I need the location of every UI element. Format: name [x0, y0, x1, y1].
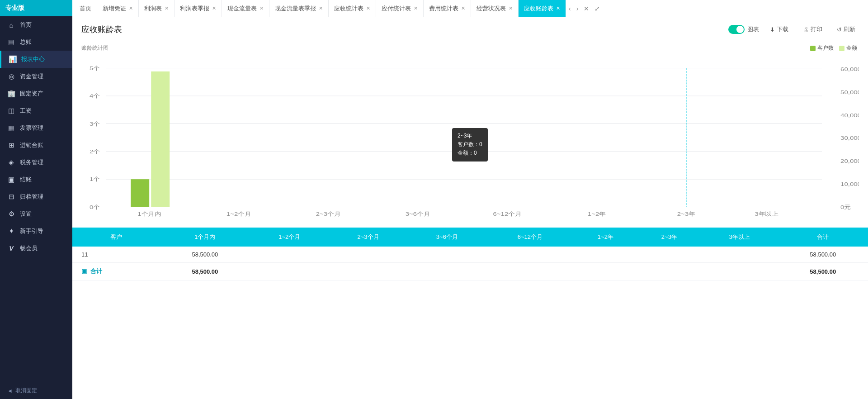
settings-icon: ⚙ — [7, 210, 15, 218]
legend-amount-color — [839, 46, 844, 51]
tab-cashflow-quarter[interactable]: 现金流量表季报 ✕ — [269, 0, 329, 17]
tab-close-payable-stat[interactable]: ✕ — [414, 5, 418, 11]
sidebar-item-reports[interactable]: 📊 报表中心 — [0, 51, 72, 68]
legend-customers: 客户数 — [810, 44, 834, 52]
sidebar-item-ledger[interactable]: ▤ 总账 — [0, 33, 72, 51]
chart-toggle[interactable] — [728, 25, 745, 34]
content-area: 应收账龄表 图表 ⬇ 下载 🖨 打印 ↺ — [72, 17, 868, 399]
funds-icon: ◎ — [7, 72, 15, 81]
tab-close-aging[interactable]: ✕ — [556, 5, 560, 11]
table-header-row: 客户 1个月内 1~2个月 2~3个月 3~6个月 6~12个月 1~2年 2~… — [72, 228, 868, 247]
tab-close-all[interactable]: ✕ — [581, 0, 592, 17]
tab-close-cashflow-quarter[interactable]: ✕ — [319, 5, 323, 11]
tab-profit-quarter[interactable]: 利润表季报 ✕ — [175, 0, 222, 17]
sidebar-item-label: 报表中心 — [21, 55, 45, 63]
tab-payable-stat[interactable]: 应付统计表 ✕ — [376, 0, 424, 17]
tab-scroll-left[interactable]: ‹ — [566, 0, 574, 17]
svg-text:2~3个月: 2~3个月 — [316, 211, 341, 217]
print-button[interactable]: 🖨 打印 — [799, 24, 826, 35]
cell-customer: 11 — [72, 247, 160, 263]
svg-text:0个: 0个 — [90, 204, 100, 210]
col-m36: 3~6个月 — [408, 228, 486, 247]
sidebar-unpin-button[interactable]: ◄ 取消固定 — [0, 382, 72, 399]
cell-m36 — [408, 247, 486, 263]
tab-cashflow[interactable]: 现金流量表 ✕ — [222, 0, 269, 17]
sidebar-item-closing[interactable]: ▣ 结账 — [0, 171, 72, 188]
svg-text:3个: 3个 — [90, 121, 100, 127]
svg-text:10,000.00元: 10,000.00元 — [840, 181, 859, 187]
sidebar-item-vip[interactable]: V 畅会员 — [0, 240, 72, 257]
tab-home[interactable]: 首页 — [74, 0, 97, 17]
tab-close-profit-quarter[interactable]: ✕ — [212, 5, 216, 11]
vip-icon: V — [7, 245, 15, 252]
tab-close-profit[interactable]: ✕ — [165, 5, 169, 11]
sidebar-item-invoice[interactable]: ▦ 发票管理 — [0, 119, 72, 137]
cell-total: 58,500.00 — [778, 247, 868, 263]
cell-total-y12 — [574, 263, 637, 280]
page-actions: 图表 ⬇ 下载 🖨 打印 ↺ 刷新 — [728, 24, 859, 35]
chart-title: 账龄统计图 — [81, 44, 859, 52]
sidebar-item-guide[interactable]: ✦ 新手引导 — [0, 223, 72, 240]
tab-close-voucher[interactable]: ✕ — [129, 5, 133, 11]
svg-text:2个: 2个 — [90, 149, 100, 155]
col-over3: 3年以上 — [701, 228, 778, 247]
refresh-button[interactable]: ↺ 刷新 — [833, 24, 859, 35]
sidebar-item-funds[interactable]: ◎ 资金管理 — [0, 68, 72, 85]
sidebar-item-tax[interactable]: ◈ 税务管理 — [0, 154, 72, 171]
download-button[interactable]: ⬇ 下载 — [766, 24, 792, 35]
tab-close-expense-stat[interactable]: ✕ — [461, 5, 465, 11]
sidebar-item-label: 固定资产 — [20, 90, 43, 98]
tab-maximize[interactable]: ⤢ — [592, 0, 603, 17]
tab-profit[interactable]: 利润表 ✕ — [139, 0, 175, 17]
col-m12: 1~2个月 — [250, 228, 329, 247]
sidebar-item-label: 设置 — [20, 210, 32, 218]
sidebar-item-archive[interactable]: ⊟ 归档管理 — [0, 188, 72, 205]
chart-svg: 0个 1个 2个 3个 4个 5个 0元 10,000.00元 20,000.0… — [81, 56, 859, 218]
sidebar-item-label: 发票管理 — [20, 124, 43, 132]
main-area: 首页 新增凭证 ✕ 利润表 ✕ 利润表季报 ✕ 现金流量表 ✕ 现金流量表季报 … — [72, 0, 868, 399]
svg-text:1个月内: 1个月内 — [137, 211, 161, 217]
cell-total-y23 — [637, 263, 701, 280]
cell-total-m36 — [408, 263, 486, 280]
tab-close-cashflow[interactable]: ✕ — [259, 5, 264, 11]
reports-icon: 📊 — [9, 55, 17, 63]
table-row: 11 58,500.00 58,500.00 — [72, 247, 868, 263]
sidebar-item-settings[interactable]: ⚙ 设置 — [0, 205, 72, 223]
sidebar-item-sales[interactable]: ⊞ 进销台账 — [0, 137, 72, 154]
svg-text:3~6个月: 3~6个月 — [406, 211, 430, 217]
chart-toggle-wrap: 图表 — [728, 25, 759, 34]
sidebar-item-label: 结账 — [20, 176, 32, 184]
sidebar-item-assets[interactable]: 🏢 固定资产 — [0, 85, 72, 102]
sidebar: 专业版 ⌂ 首页 ▤ 总账 📊 报表中心 ◎ 资金管理 🏢 固定资产 ◫ 工资 … — [0, 0, 72, 399]
tab-voucher[interactable]: 新增凭证 ✕ — [97, 0, 139, 17]
cell-total-label: ▣ 合计 — [72, 263, 160, 280]
refresh-icon: ↺ — [837, 26, 842, 33]
archive-icon: ⊟ — [7, 193, 15, 201]
sidebar-item-label: 归档管理 — [20, 193, 43, 201]
col-y23: 2~3年 — [637, 228, 701, 247]
svg-text:5个: 5个 — [90, 65, 100, 71]
tab-close-business-stat[interactable]: ✕ — [509, 5, 513, 11]
legend-customer-color — [810, 46, 816, 51]
tab-scroll-right[interactable]: › — [574, 0, 581, 17]
svg-text:40,000.00元: 40,000.00元 — [840, 112, 859, 118]
svg-text:30,000.00元: 30,000.00元 — [840, 135, 859, 141]
closing-icon: ▣ — [7, 176, 15, 184]
tab-receivable-stat[interactable]: 应收统计表 ✕ — [329, 0, 376, 17]
sidebar-item-home[interactable]: ⌂ 首页 — [0, 16, 72, 33]
app-logo: 专业版 — [0, 0, 72, 16]
tab-expense-stat[interactable]: 费用统计表 ✕ — [424, 0, 471, 17]
cell-y12 — [574, 247, 637, 263]
tab-aging[interactable]: 应收账龄表 ✕ — [519, 0, 566, 17]
svg-text:1~2个月: 1~2个月 — [226, 211, 251, 217]
sidebar-item-label: 新手引导 — [20, 227, 43, 235]
sidebar-item-label: 进销台账 — [20, 141, 43, 149]
tab-business-stat[interactable]: 经营状况表 ✕ — [471, 0, 519, 17]
bar-customers-1 — [131, 179, 149, 207]
sidebar-item-label: 畅会员 — [20, 244, 38, 252]
sidebar-item-label: 工资 — [20, 107, 32, 115]
sidebar-item-salary[interactable]: ◫ 工资 — [0, 102, 72, 119]
svg-text:60,000.00元: 60,000.00元 — [840, 66, 859, 72]
col-m1: 1个月内 — [160, 228, 250, 247]
tab-close-receivable-stat[interactable]: ✕ — [366, 5, 370, 11]
